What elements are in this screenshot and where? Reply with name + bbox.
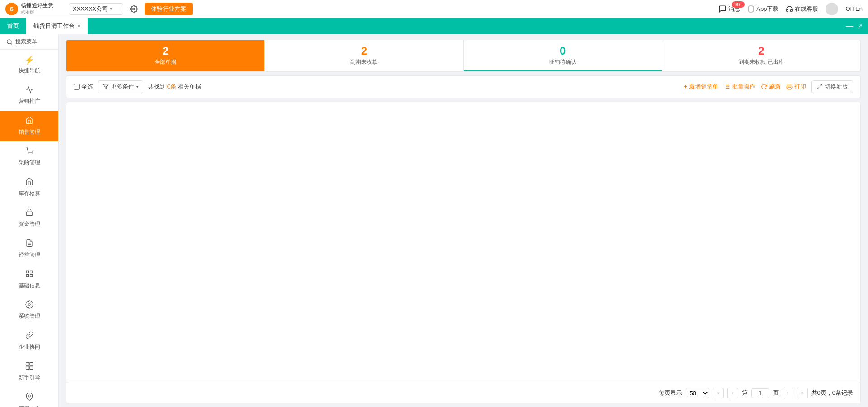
app-download-button[interactable]: App下载 <box>747 5 778 13</box>
refresh-button[interactable]: 刷新 <box>761 83 781 91</box>
last-page-button[interactable]: » <box>797 388 808 398</box>
inventory-icon <box>25 178 33 188</box>
sidebar-item-marketing[interactable]: 营销推广 <box>0 80 58 111</box>
tab-maximize-button[interactable]: ⤢ <box>857 22 863 31</box>
marketing-icon <box>25 85 33 96</box>
main-content: 2 全部单据 2 到期未收款 0 旺辅待确认 2 到期未收款 已出库 <box>59 34 868 407</box>
toolbar-right: + 新增销货单 批量操作 刷新 <box>684 80 853 93</box>
main-layout: 搜索菜单 ⚡ 快捷导航 营销推广 销售管理 <box>0 34 868 407</box>
svg-rect-16 <box>29 363 33 366</box>
pagination: 每页显示 50 100 200 « ‹ 第 页 › » 共0页，0条记录 <box>66 383 861 403</box>
sidebar-item-label: 资金管理 <box>19 220 40 228</box>
svg-point-5 <box>28 154 29 154</box>
sidebar-item-label: 应用中心 <box>19 405 40 407</box>
settings-button[interactable] <box>127 3 140 15</box>
found-text: 共找到 0条 相关单据 <box>148 83 201 91</box>
avatar[interactable] <box>826 3 838 15</box>
select-all-input[interactable] <box>74 84 80 90</box>
finance-icon <box>25 208 33 219</box>
print-button[interactable]: 打印 <box>786 83 806 91</box>
company-dropdown-arrow: ▾ <box>110 6 113 12</box>
nav-tabs: 首页 钱货日清工作台 × — ⤢ <box>0 18 868 34</box>
sidebar: 搜索菜单 ⚡ 快捷导航 营销推广 销售管理 <box>0 34 59 407</box>
operations-icon <box>25 239 33 249</box>
svg-line-4 <box>11 43 12 44</box>
svg-point-14 <box>28 304 30 306</box>
username-label[interactable]: OfTEn <box>845 5 863 12</box>
sidebar-item-base-info[interactable]: 基础信息 <box>0 264 58 295</box>
sidebar-item-quick-nav[interactable]: ⚡ 快捷导航 <box>0 50 58 80</box>
filter-button[interactable]: 更多条件 ▾ <box>98 80 143 93</box>
svg-line-28 <box>820 84 822 86</box>
first-page-button[interactable]: « <box>713 388 724 398</box>
sidebar-item-finance[interactable]: 资金管理 <box>0 203 58 234</box>
enterprise-icon <box>25 331 33 342</box>
card-pending-num: 0 <box>471 46 655 56</box>
sidebar-item-purchase[interactable]: 采购管理 <box>0 141 58 172</box>
page-number-input[interactable] <box>751 388 769 398</box>
sidebar-item-label: 采购管理 <box>19 159 40 167</box>
page-suffix-label: 页 <box>773 389 779 397</box>
batch-operation-button[interactable]: 批量操作 <box>724 83 755 91</box>
svg-rect-27 <box>788 87 791 89</box>
sidebar-item-system[interactable]: 系统管理 <box>0 295 58 326</box>
card-overdue[interactable]: 2 到期未收款 <box>265 40 463 71</box>
sidebar-item-label: 企业协同 <box>19 343 40 351</box>
svg-line-29 <box>817 87 819 89</box>
sidebar-item-inventory[interactable]: 库存核算 <box>0 172 58 203</box>
logo-area: 6 畅捷通好生意 标准版 <box>5 2 64 15</box>
tab-minimize-button[interactable]: — <box>846 22 853 30</box>
sidebar-item-label: 销售管理 <box>19 128 40 136</box>
guide-icon <box>25 362 33 372</box>
svg-point-19 <box>28 395 30 397</box>
card-all[interactable]: 2 全部单据 <box>66 40 265 71</box>
svg-rect-17 <box>26 366 29 370</box>
sidebar-item-sales[interactable]: 销售管理 <box>0 111 58 141</box>
quick-nav-icon: ⚡ <box>24 55 34 65</box>
sidebar-item-operations[interactable]: 经营管理 <box>0 234 58 264</box>
online-service-button[interactable]: 在线客服 <box>786 5 818 13</box>
toolbar: 全选 更多条件 ▾ 共找到 0条 相关单据 + 新增销货单 <box>66 75 861 98</box>
sidebar-item-label: 经营管理 <box>19 251 40 259</box>
svg-rect-1 <box>749 6 753 12</box>
card-pending-label: 旺辅待确认 <box>471 58 655 66</box>
sidebar-item-enterprise[interactable]: 企业协同 <box>0 326 58 356</box>
app-logo-text: 畅捷通好生意 标准版 <box>21 2 53 15</box>
card-overdue-num: 2 <box>272 46 456 56</box>
next-page-button[interactable]: › <box>783 388 793 398</box>
app-logo-icon: 6 <box>5 3 18 15</box>
message-button[interactable]: 消息 99+ <box>718 5 740 13</box>
message-badge: 99+ <box>732 1 745 8</box>
sidebar-search[interactable]: 搜索菜单 <box>0 34 58 50</box>
select-all-checkbox[interactable]: 全选 <box>74 83 93 91</box>
tab-qian-huo[interactable]: 钱货日清工作台 × <box>26 18 88 34</box>
card-overdue-label: 到期未收款 <box>272 58 456 66</box>
switch-new-version-button[interactable]: 切换新版 <box>811 80 853 93</box>
company-selector[interactable]: XXXXXX公司 ▾ <box>69 3 123 15</box>
sidebar-item-label: 快捷导航 <box>19 67 40 75</box>
sidebar-item-app-center[interactable]: 应用中心 <box>0 387 58 407</box>
card-all-label: 全部单据 <box>74 58 257 66</box>
svg-point-0 <box>133 8 135 10</box>
card-shipped[interactable]: 2 到期未收款 已出库 <box>662 40 860 71</box>
card-shipped-label: 到期未收款 已出库 <box>670 58 853 66</box>
add-sale-order-button[interactable]: + 新增销货单 <box>684 83 718 91</box>
trial-button[interactable]: 体验行业方案 <box>145 3 193 15</box>
card-pending-underline <box>464 70 662 71</box>
per-page-select[interactable]: 50 100 200 <box>686 388 709 398</box>
prev-page-button[interactable]: ‹ <box>727 388 738 398</box>
tab-close-icon[interactable]: × <box>77 23 80 29</box>
tab-home[interactable]: 首页 <box>0 18 26 34</box>
sidebar-item-label: 新手引导 <box>19 374 40 382</box>
table-area <box>66 102 861 383</box>
nav-tab-actions: — ⤢ <box>840 22 868 31</box>
sidebar-item-label: 库存核算 <box>19 190 40 197</box>
card-pending[interactable]: 0 旺辅待确认 <box>464 40 662 71</box>
sales-icon <box>25 116 33 126</box>
page-label: 第 <box>742 389 748 397</box>
sidebar-item-guide[interactable]: 新手引导 <box>0 356 58 387</box>
app-center-icon <box>25 393 33 403</box>
svg-rect-15 <box>26 363 29 366</box>
toolbar-left: 全选 更多条件 ▾ 共找到 0条 相关单据 <box>74 80 201 93</box>
svg-point-3 <box>7 39 11 43</box>
